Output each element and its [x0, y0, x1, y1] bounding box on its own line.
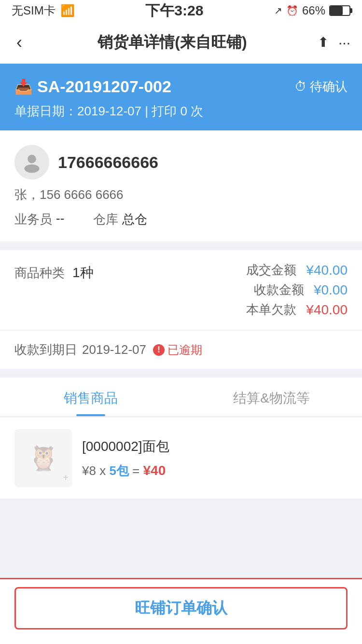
unit: 包	[116, 463, 129, 478]
category-value: 1种	[72, 264, 94, 282]
product-price: ¥8 x 5包 = ¥40	[82, 462, 348, 479]
location-icon: ↗	[274, 5, 282, 16]
order-id-text: SA-20191207-002	[37, 77, 171, 96]
status-bar: 无SIM卡 📶 下午3:28 ↗ ⏰ 66%	[0, 0, 362, 21]
inbox-icon: 📥	[14, 78, 32, 95]
nav-actions: ⬆ ···	[318, 34, 350, 51]
tab-sales-goods[interactable]: 销售商品	[0, 378, 181, 416]
wifi-icon: 📶	[60, 4, 75, 17]
payment-amount-label: 收款金额	[254, 281, 304, 298]
equals-sign: =	[132, 463, 143, 478]
warehouse-value: 总仓	[122, 211, 147, 228]
debt-amount-value: ¥40.00	[306, 302, 348, 318]
due-date-label: 收款到期日	[14, 341, 77, 358]
order-meta: 单据日期：2019-12-07 | 打印 0 次	[14, 103, 348, 120]
product-title: 面包	[142, 439, 169, 454]
customer-card: 17666666666 张，156 6666 6666 业务员 -- 仓库 总仓	[0, 131, 362, 241]
product-info: [0000002]面包 ¥8 x 5包 = ¥40	[82, 437, 348, 479]
nav-bar: ‹ 销货单详情(来自旺铺) ⬆ ···	[0, 21, 362, 64]
multiply-sign: x	[99, 463, 109, 478]
deal-amount-label: 成交金额	[246, 262, 296, 279]
alarm-icon: ⏰	[286, 5, 298, 16]
overdue-warning-icon: !	[153, 344, 165, 356]
quantity: 5包	[109, 463, 128, 478]
avatar	[14, 145, 49, 180]
summary-card: 商品种类 1种 成交金额 ¥40.00 收款金额 ¥0.00 本单欠款 ¥40.…	[0, 250, 362, 330]
order-header-top: 📥 SA-20191207-002 ⏱ 待确认	[14, 77, 348, 96]
product-placeholder-icon: 🦉	[28, 444, 58, 472]
overdue-label: 已逾期	[167, 342, 202, 358]
amount-row-payment: 收款金额 ¥0.00	[254, 281, 348, 298]
battery-label: 66%	[302, 4, 325, 17]
page-title: 销货单详情(来自旺铺)	[27, 32, 318, 53]
more-button[interactable]: ···	[338, 34, 350, 51]
customer-row: 17666666666	[14, 145, 348, 180]
product-thumbnail: 🦉 +	[14, 429, 72, 487]
product-name: [0000002]面包	[82, 437, 348, 456]
person-icon	[21, 152, 42, 173]
deal-amount-value: ¥40.00	[306, 263, 348, 278]
order-print-count: | 打印 0 次	[145, 104, 203, 118]
clock-icon: ⏱	[294, 79, 307, 94]
tab-settlement[interactable]: 结算&物流等	[181, 378, 362, 416]
product-code: [0000002]	[82, 439, 142, 454]
share-button[interactable]: ⬆	[318, 34, 329, 50]
salesperson-info: 业务员 --	[14, 211, 64, 228]
order-status-text: 待确认	[310, 78, 348, 95]
svg-point-0	[28, 155, 36, 164]
plus-icon: +	[63, 472, 69, 483]
due-date-card: 收款到期日 2019-12-07 ! 已逾期	[0, 331, 362, 369]
bottom-action-bar: 旺铺订单确认	[0, 578, 362, 644]
overdue-badge: ! 已逾期	[153, 342, 202, 358]
battery-icon	[329, 5, 350, 16]
confirm-order-button[interactable]: 旺铺订单确认	[14, 587, 348, 630]
summary-right: 成交金额 ¥40.00 收款金额 ¥0.00 本单欠款 ¥40.00	[246, 262, 348, 318]
status-left: 无SIM卡 📶	[12, 3, 75, 18]
order-id: 📥 SA-20191207-002	[14, 77, 171, 96]
order-status: ⏱ 待确认	[294, 78, 348, 95]
status-right: ↗ ⏰ 66%	[274, 4, 350, 17]
category-label: 商品种类	[14, 265, 65, 281]
unit-price: ¥8	[82, 463, 96, 478]
summary-left: 商品种类 1种	[14, 262, 94, 282]
warehouse-label: 仓库	[93, 211, 118, 228]
salesperson-value: --	[56, 211, 64, 228]
tab-sales-goods-label: 销售商品	[64, 391, 118, 406]
order-header: 📥 SA-20191207-002 ⏱ 待确认 单据日期：2019-12-07 …	[0, 64, 362, 130]
salesperson-label: 业务员	[14, 211, 52, 228]
order-date: 单据日期：2019-12-07	[14, 104, 141, 118]
product-list: 🦉 + [0000002]面包 ¥8 x 5包 = ¥40	[0, 418, 362, 499]
tabs-bar: 销售商品 结算&物流等	[0, 378, 362, 417]
warehouse-info: 仓库 总仓	[93, 211, 147, 228]
debt-amount-label: 本单欠款	[246, 301, 296, 318]
amount-row-debt: 本单欠款 ¥40.00	[246, 301, 348, 318]
tab-settlement-label: 结算&物流等	[233, 391, 310, 406]
payment-amount-value: ¥0.00	[314, 282, 348, 298]
status-time: 下午3:28	[145, 1, 203, 21]
product-item: 🦉 + [0000002]面包 ¥8 x 5包 = ¥40	[0, 418, 362, 499]
total-price: ¥40	[143, 463, 166, 478]
customer-info-row: 业务员 -- 仓库 总仓	[14, 211, 348, 228]
svg-point-1	[25, 164, 40, 173]
carrier-label: 无SIM卡	[12, 3, 56, 18]
amount-row-deal: 成交金额 ¥40.00	[246, 262, 348, 279]
due-date-value: 2019-12-07	[82, 342, 146, 357]
back-button[interactable]: ‹	[12, 28, 27, 57]
customer-name: 张，156 6666 6666	[14, 186, 348, 203]
customer-phone: 17666666666	[58, 153, 158, 172]
